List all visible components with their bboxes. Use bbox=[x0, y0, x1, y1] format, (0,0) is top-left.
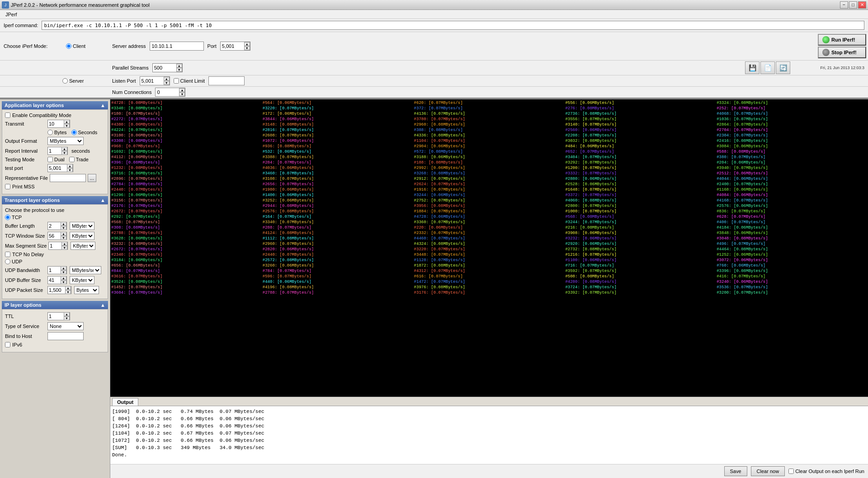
viz-scroll[interactable]: #4728: [0.08MBytes/s]#564: [0.06MBytes/s… bbox=[110, 99, 868, 397]
port-up-btn[interactable]: ▲ bbox=[244, 42, 250, 46]
ttl-input[interactable] bbox=[48, 313, 64, 320]
stream-item: #2800: [0.07MBytes/s] bbox=[565, 203, 716, 209]
app-layer-header[interactable]: Application layer options ▲ bbox=[2, 101, 108, 109]
enable-compat-checkbox[interactable] bbox=[5, 112, 10, 118]
tcp-radio[interactable] bbox=[5, 215, 10, 220]
test-port-input[interactable] bbox=[48, 164, 67, 172]
udp-bw-up-btn[interactable]: ▲ bbox=[61, 266, 66, 270]
udp-buffer-input[interactable] bbox=[48, 276, 61, 284]
buffer-up-btn[interactable]: ▲ bbox=[61, 222, 66, 226]
clear-now-button[interactable]: Clear now bbox=[751, 466, 785, 476]
port-input[interactable] bbox=[221, 42, 244, 50]
stream-item: #484: [0.06MBytes/s] bbox=[565, 144, 716, 149]
report-interval-input[interactable] bbox=[48, 147, 61, 155]
stream-item: #3844: [0.06MBytes/s] bbox=[263, 117, 413, 122]
stream-item: #2784: [0.08MBytes/s] bbox=[111, 182, 262, 187]
stop-iperf-button[interactable]: Stop IPerf! bbox=[818, 47, 866, 58]
minimize-button[interactable]: − bbox=[840, 1, 848, 9]
ip-layer-header[interactable]: IP layer options ▲ bbox=[2, 301, 108, 309]
transmit-input[interactable] bbox=[48, 120, 64, 127]
udp-pkt-unit-select[interactable]: Bytes KBytes bbox=[74, 286, 99, 294]
report-down-btn[interactable]: ▼ bbox=[61, 151, 67, 155]
stream-item: #936: [0.08MBytes/s] bbox=[263, 144, 413, 149]
udp-pkt-down-btn[interactable]: ▼ bbox=[65, 290, 71, 294]
test-port-up-btn[interactable]: ▲ bbox=[67, 164, 73, 168]
num-connections-input[interactable] bbox=[156, 88, 179, 96]
clear-on-run-checkbox[interactable] bbox=[788, 469, 794, 474]
run-iperf-button[interactable]: Run IPerf! bbox=[818, 34, 866, 46]
menu-jperf[interactable]: JPerf bbox=[2, 11, 21, 18]
buffer-length-input[interactable] bbox=[48, 222, 61, 230]
rep-file-browse-btn[interactable]: ... bbox=[88, 174, 96, 182]
close-button[interactable]: ✕ bbox=[858, 1, 866, 9]
copy-icon-btn[interactable]: 📄 bbox=[760, 61, 775, 74]
refresh-icon-btn[interactable]: 🔄 bbox=[776, 61, 790, 74]
transmit-up-btn[interactable]: ▲ bbox=[64, 120, 70, 124]
stream-item: #1980: [0.06MBytes/s] bbox=[263, 187, 413, 192]
server-address-input[interactable] bbox=[150, 42, 204, 51]
print-mss-checkbox[interactable] bbox=[5, 184, 10, 189]
stream-item: #308: [0.08MBytes/s] bbox=[111, 225, 262, 230]
listen-port-input[interactable] bbox=[140, 77, 164, 85]
save-icon-btn[interactable]: 💾 bbox=[745, 61, 760, 74]
output-format-select[interactable]: MBytes KBytes GBytes bbox=[47, 137, 84, 145]
tcp-no-delay-checkbox[interactable] bbox=[5, 252, 10, 257]
udp-pkt-up-btn[interactable]: ▲ bbox=[65, 286, 71, 290]
iperf-command-input[interactable] bbox=[42, 21, 864, 30]
seconds-radio[interactable] bbox=[71, 130, 77, 135]
output-tab[interactable]: Output bbox=[112, 398, 138, 406]
ipv6-checkbox[interactable] bbox=[5, 342, 10, 347]
max-seg-up-btn[interactable]: ▲ bbox=[61, 242, 67, 246]
udp-bandwidth-input[interactable] bbox=[48, 267, 61, 274]
report-up-btn[interactable]: ▲ bbox=[61, 147, 67, 151]
udp-bw-down-btn[interactable]: ▼ bbox=[61, 270, 66, 274]
transport-layer-content: Choose the protocol to use TCP Buffer Le… bbox=[2, 204, 108, 299]
max-seg-down-btn[interactable]: ▼ bbox=[61, 246, 67, 250]
output-content[interactable]: [1990] 0.0-10.2 sec 0.74 MBytes 0.07 MBy… bbox=[110, 406, 868, 464]
maximize-button[interactable]: □ bbox=[849, 1, 857, 9]
client-radio[interactable] bbox=[66, 43, 71, 49]
udp-buf-down-btn[interactable]: ▼ bbox=[61, 280, 66, 284]
tcp-window-down-btn[interactable]: ▼ bbox=[61, 236, 66, 240]
listen-port-up-btn[interactable]: ▲ bbox=[164, 77, 170, 81]
parallel-streams-input[interactable] bbox=[153, 64, 176, 72]
rep-file-label: Representative File bbox=[5, 175, 48, 181]
num-conn-up-btn[interactable]: ▲ bbox=[179, 88, 185, 92]
client-limit-checkbox[interactable] bbox=[174, 78, 179, 84]
udp-buf-unit-select[interactable]: KBytes MBytes bbox=[70, 276, 94, 284]
stream-item: #4068: [0.07MBytes/s] bbox=[717, 111, 867, 117]
buffer-down-btn[interactable]: ▼ bbox=[61, 226, 66, 230]
bind-host-input[interactable] bbox=[47, 332, 84, 340]
listen-port-down-btn[interactable]: ▼ bbox=[164, 81, 170, 85]
ttl-up-btn[interactable]: ▲ bbox=[64, 312, 70, 316]
test-port-down-btn[interactable]: ▼ bbox=[67, 168, 73, 172]
bytes-radio[interactable] bbox=[47, 130, 53, 135]
transmit-down-btn[interactable]: ▼ bbox=[64, 124, 70, 128]
parallel-up-btn[interactable]: ▲ bbox=[176, 64, 182, 68]
stream-item: #276: [0.08MBytes/s] bbox=[565, 106, 716, 111]
trade-checkbox[interactable] bbox=[69, 157, 75, 162]
transport-layer-header[interactable]: Transport layer options ▲ bbox=[2, 196, 108, 204]
rep-file-input[interactable] bbox=[50, 174, 86, 182]
ttl-down-btn[interactable]: ▼ bbox=[64, 316, 70, 320]
dual-checkbox[interactable] bbox=[47, 157, 53, 162]
udp-packet-input[interactable] bbox=[48, 286, 65, 294]
tcp-window-up-btn[interactable]: ▲ bbox=[61, 232, 66, 236]
server-radio[interactable] bbox=[62, 78, 68, 84]
num-conn-down-btn[interactable]: ▼ bbox=[179, 92, 185, 96]
port-down-btn[interactable]: ▼ bbox=[244, 46, 250, 50]
udp-radio[interactable] bbox=[5, 259, 10, 264]
parallel-down-btn[interactable]: ▼ bbox=[176, 68, 182, 72]
tcp-window-input[interactable] bbox=[48, 232, 61, 239]
max-seg-unit-select[interactable]: KBytes MBytes bbox=[71, 242, 95, 250]
tos-select[interactable]: None bbox=[47, 322, 84, 330]
buffer-unit-select[interactable]: MBytes KBytes bbox=[70, 222, 94, 230]
tcp-window-unit-select[interactable]: KBytes MBytes bbox=[70, 232, 94, 240]
udp-buf-up-btn[interactable]: ▲ bbox=[61, 276, 66, 280]
client-limit-input[interactable] bbox=[208, 76, 245, 85]
udp-bw-unit-select[interactable]: MBytes/sec KBytes/sec bbox=[70, 266, 101, 274]
max-seg-input[interactable] bbox=[49, 242, 61, 249]
stream-item: #3084: [0.06MBytes/s] bbox=[717, 144, 867, 149]
stream-item: #596: [0.07MBytes/s] bbox=[263, 274, 413, 279]
save-button[interactable]: Save bbox=[724, 466, 747, 476]
